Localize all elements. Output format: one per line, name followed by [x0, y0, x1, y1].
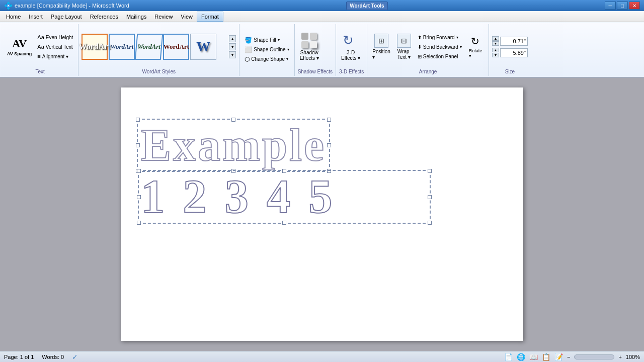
view-reading-icon[interactable]: 📖 — [529, 353, 538, 361]
change-shape-arrow: ▾ — [286, 57, 288, 61]
wordart-sample-5[interactable]: W — [190, 34, 216, 60]
height-input[interactable]: 0.71" — [500, 37, 528, 46]
width-down-button[interactable]: ▼ — [492, 53, 499, 57]
zoom-out-button[interactable]: − — [567, 354, 570, 360]
minimize-button[interactable]: ─ — [605, 2, 616, 10]
av-spacing-label: AV Spacing — [7, 51, 32, 56]
shadow-effects-label: ShadowEffects ▾ — [300, 50, 319, 61]
handle-ml — [136, 143, 140, 147]
change-shape-button[interactable]: ⬡ Change Shape ▾ — [243, 55, 291, 64]
menu-view[interactable]: View — [177, 12, 197, 22]
selection-panel-icon: ⊞ — [418, 54, 422, 59]
menu-insert[interactable]: Insert — [25, 12, 47, 22]
height-row: ▲ ▼ 0.71" — [492, 36, 528, 46]
title-bar-text: example [Compatibility Mode] - Microsoft… — [15, 3, 129, 9]
text-group-content: AV AV Spacing Aa Even Height Aa Vertical… — [5, 25, 75, 68]
3d-effects-group-label: 3-D Effects — [339, 68, 364, 75]
gallery-scroll: ▲ ▼ ▾ — [229, 35, 236, 58]
shape-buttons: 🪣 Shape Fill ▾ ⬜ Shape Outline ▾ ⬡ Chang… — [243, 36, 291, 64]
handle-mr — [327, 143, 331, 147]
wordart-example-container[interactable]: Example — [141, 123, 326, 168]
wrap-text-icon: ⊡ — [397, 34, 411, 48]
ribbon-content: AV AV Spacing Aa Even Height Aa Vertical… — [0, 23, 644, 77]
shape-outline-button[interactable]: ⬜ Shape Outline ▾ — [243, 45, 291, 54]
arrange-group-label: Arrange — [370, 68, 486, 75]
shape-outline-label: Shape Outline — [254, 47, 285, 52]
view-outline-icon[interactable]: 📋 — [542, 353, 550, 361]
menu-format[interactable]: Format — [197, 12, 223, 22]
wordart-numbers-container[interactable]: 1 2 3 4 5 — [141, 173, 428, 221]
3d-effects-content: ↻ 3-DEffects ▾ — [339, 25, 364, 68]
wordart-styles-content: WordArt WordArt WordArt WordArt W ▲ ▼ ▾ — [82, 25, 236, 68]
change-shape-icon: ⬡ — [245, 56, 250, 63]
arrange-content: ⊞ Position▾ ⊡ WrapText ▾ ⬆ Bring Forward… — [370, 25, 486, 68]
even-height-button[interactable]: Aa Even Height — [35, 33, 75, 42]
menu-review[interactable]: Review — [150, 12, 177, 22]
3d-effects-arrow: ▾ — [358, 55, 360, 61]
height-down-button[interactable]: ▼ — [492, 41, 499, 46]
num-handle-tr — [428, 169, 432, 173]
width-input[interactable]: 5.89" — [500, 48, 528, 57]
shadow-effects-button[interactable]: ShadowEffects ▾ — [298, 32, 321, 62]
3d-effects-button[interactable]: ↻ 3-DEffects ▾ — [339, 32, 362, 62]
wrap-text-arrow: ▾ — [408, 54, 411, 60]
view-normal-icon[interactable]: 📄 — [504, 353, 513, 361]
bring-forward-label: Bring Forward — [423, 35, 455, 40]
zoom-in-button[interactable]: + — [618, 354, 621, 360]
window-controls[interactable]: ─ □ ✕ — [605, 2, 640, 10]
page-count: Page: 1 of 1 — [4, 354, 34, 360]
vertical-text-label: Vertical Text — [46, 44, 73, 50]
ribbon: AV AV Spacing Aa Even Height Aa Vertical… — [0, 22, 644, 77]
menu-home[interactable]: Home — [2, 12, 25, 22]
word-count: Words: 0 — [42, 354, 64, 360]
even-height-label: Even Height — [46, 35, 73, 40]
menu-bar: Home Insert Page Layout References Maili… — [0, 11, 644, 22]
status-right: 📄 🌐 📖 📋 📝 − + 100% — [504, 353, 640, 361]
handle-tl — [136, 118, 140, 122]
shape-group-label — [243, 74, 291, 75]
menu-mailings[interactable]: Mailings — [122, 12, 150, 22]
shape-fill-arrow: ▾ — [278, 38, 280, 42]
shape-outline-arrow: ▾ — [287, 47, 289, 52]
group-text: AV AV Spacing Aa Even Height Aa Vertical… — [2, 24, 78, 76]
bring-forward-button[interactable]: ⬆ Bring Forward ▾ — [416, 33, 464, 42]
view-draft-icon[interactable]: 📝 — [554, 353, 563, 361]
gallery-scroll-up[interactable]: ▲ — [229, 35, 236, 42]
text-small-buttons: Aa Even Height Aa Vertical Text ≡ Alignm… — [35, 33, 75, 61]
order-buttons: ⬆ Bring Forward ▾ ⬇ Send Backward ▾ ⊞ Se… — [416, 33, 464, 61]
zoom-level: 100% — [626, 354, 640, 360]
av-spacing-button[interactable]: AV AV Spacing — [5, 32, 34, 62]
wordart-sample-1[interactable]: WordArt — [82, 34, 108, 60]
width-spinners: ▲ ▼ — [492, 48, 499, 57]
wrap-text-button[interactable]: ⊡ WrapText ▾ — [394, 32, 414, 62]
alignment-button[interactable]: ≡ Alignment ▾ — [35, 52, 75, 61]
height-up-button[interactable]: ▲ — [492, 36, 499, 41]
wordart-sample-3[interactable]: WordArt — [135, 34, 164, 60]
selection-panel-label: Selection Panel — [423, 54, 458, 59]
handle-tr — [327, 118, 331, 122]
wordart-gallery: WordArt WordArt WordArt WordArt W — [82, 34, 227, 60]
width-up-button[interactable]: ▲ — [492, 48, 499, 52]
vertical-text-icon: Aa — [37, 44, 44, 50]
send-backward-button[interactable]: ⬇ Send Backward ▾ — [416, 42, 464, 51]
wordart-sample-4[interactable]: WordArt — [163, 34, 189, 60]
gallery-scroll-down[interactable]: ▼ — [229, 43, 236, 50]
zoom-slider[interactable] — [574, 354, 614, 359]
shape-fill-button[interactable]: 🪣 Shape Fill ▾ — [243, 36, 291, 45]
3d-effects-label: 3-DEffects ▾ — [341, 50, 360, 61]
rotate-button[interactable]: ↻ Rotate▾ — [465, 32, 486, 62]
selection-panel-button[interactable]: ⊞ Selection Panel — [416, 52, 464, 61]
position-button[interactable]: ⊞ Position▾ — [370, 32, 392, 62]
shadow-effects-arrow: ▾ — [316, 55, 319, 61]
wordart-sample-2[interactable]: WordArt — [109, 34, 135, 60]
menu-references[interactable]: References — [86, 12, 122, 22]
close-button[interactable]: ✕ — [629, 2, 640, 10]
size-group-label: Size — [492, 68, 528, 75]
vertical-text-button[interactable]: Aa Vertical Text — [35, 42, 75, 51]
spell-check-icon: ✓ — [72, 353, 78, 361]
view-web-icon[interactable]: 🌐 — [517, 353, 525, 361]
group-shadow-effects: ShadowEffects ▾ Shadow Effects — [295, 24, 336, 76]
gallery-more[interactable]: ▾ — [229, 51, 236, 58]
menu-page-layout[interactable]: Page Layout — [47, 12, 86, 22]
restore-button[interactable]: □ — [617, 2, 628, 10]
